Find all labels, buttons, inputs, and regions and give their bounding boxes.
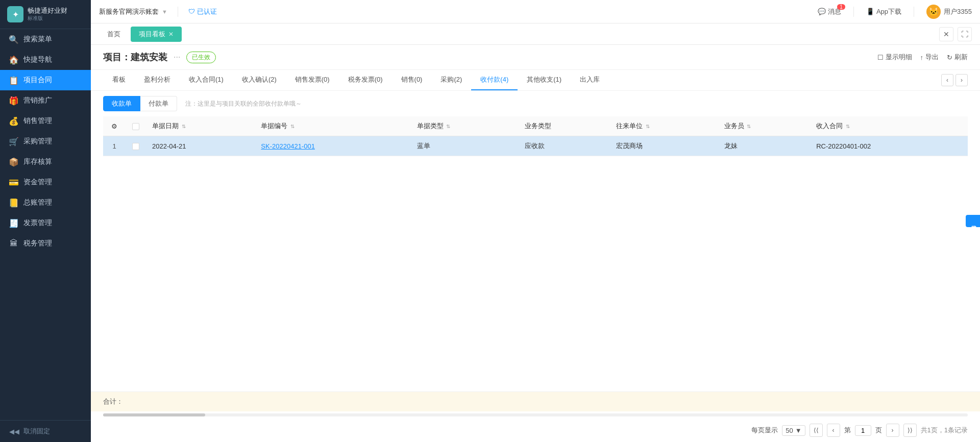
- data-table: ⚙ 单据日期 ⇅ 单据编号 ⇅ 单据类型: [103, 116, 968, 156]
- sidebar-nav: 🔍 搜索菜单 🏠 快捷导航 📋 项目合同 🎁 营销推广 💰 销售管理 🛒 采购管…: [0, 29, 91, 420]
- subtab-nav-prev[interactable]: ‹: [941, 74, 953, 86]
- page-next-button[interactable]: ›: [886, 424, 899, 437]
- refresh-button[interactable]: ↻ 刷新: [947, 53, 968, 62]
- subtab-payment[interactable]: 收付款(4): [471, 70, 518, 90]
- sidebar-item-quick-nav[interactable]: 🏠 快捷导航: [0, 50, 91, 70]
- account-name: 新服务官网演示账套: [99, 7, 159, 16]
- app-logo-text: 畅捷通好业财 标准版: [28, 7, 67, 22]
- page-prev-button[interactable]: ‹: [827, 424, 840, 437]
- sidebar-item-ledger[interactable]: 📒 总账管理: [0, 192, 91, 213]
- subtab2-payment[interactable]: 付款单: [140, 96, 177, 111]
- col-contract[interactable]: 收入合同 ⇅: [810, 116, 968, 136]
- tabbar: 首页 项目看板 ✕ ✕ ⛶: [91, 23, 980, 45]
- sidebar-logo: ✦ 畅捷通好业财 标准版: [0, 0, 91, 29]
- subtab-nav-next[interactable]: ›: [955, 74, 968, 86]
- subtab-sales-invoice[interactable]: 销售发票(0): [286, 70, 339, 90]
- subtabs: 看板 盈利分析 收入合同(1) 收入确认(2) 销售发票(0) 税务发票(0) …: [91, 70, 980, 91]
- page-title: 项目：建筑安装: [103, 51, 167, 63]
- invoice-icon: 🧾: [9, 218, 18, 228]
- tab-home[interactable]: 首页: [99, 27, 129, 42]
- refresh-icon: ↻: [947, 54, 952, 61]
- scrollbar-track[interactable]: [103, 413, 968, 416]
- subtab-kanban[interactable]: 看板: [103, 70, 135, 90]
- message-button[interactable]: 💬 消息 1: [818, 7, 841, 16]
- subtab2-receipt[interactable]: 收款单: [103, 96, 140, 111]
- topbar-divider-1: [178, 7, 178, 17]
- sidebar-item-tax[interactable]: 🏛 税务管理: [0, 233, 91, 254]
- sidebar-item-purchase[interactable]: 🛒 采购管理: [0, 131, 91, 152]
- subtab-purchase[interactable]: 采购(2): [431, 70, 471, 90]
- row-code[interactable]: SK-20220421-001: [255, 136, 410, 156]
- app-logo-icon: ✦: [7, 6, 23, 22]
- sort-type-icon: ⇅: [446, 124, 450, 129]
- sidebar-footer-unpin[interactable]: ◀◀ 取消固定: [0, 420, 91, 442]
- subtab-sales[interactable]: 销售(0): [392, 70, 432, 90]
- subtab-inout-stock[interactable]: 出入库: [571, 70, 609, 90]
- unpin-icon: ◀◀: [9, 428, 19, 435]
- user-menu[interactable]: 🐱 用户3355: [926, 5, 972, 19]
- expand-tab-button[interactable]: ⛶: [958, 27, 972, 41]
- export-icon: ↑: [920, 54, 924, 61]
- table-wrap: ⚙ 单据日期 ⇅ 单据编号 ⇅ 单据类型: [91, 116, 980, 391]
- sidebar-item-inventory[interactable]: 📦 库存核算: [0, 152, 91, 172]
- table-row[interactable]: 1 2022-04-21 SK-20220421-001 蓝单 应收款 宏茂商场…: [103, 136, 968, 156]
- tax-icon: 🏛: [9, 239, 18, 248]
- col-biz-type: 业务类型: [519, 116, 610, 136]
- col-type[interactable]: 单据类型 ⇅: [411, 116, 519, 136]
- footer-total: 合计：: [91, 391, 980, 411]
- tab-project-board[interactable]: 项目看板 ✕: [131, 27, 182, 42]
- inventory-icon: 📦: [9, 157, 18, 166]
- subtab-income-confirm[interactable]: 收入确认(2): [233, 70, 286, 90]
- sort-code-icon: ⇅: [290, 124, 295, 129]
- select-all-checkbox[interactable]: [132, 123, 139, 130]
- close-tab-button[interactable]: ✕: [939, 27, 953, 41]
- table-checkbox-col[interactable]: [126, 116, 146, 136]
- page-size-label: 每页显示: [751, 426, 778, 435]
- tab-close-icon[interactable]: ✕: [168, 31, 174, 38]
- project-icon: 📋: [9, 76, 18, 85]
- subtab-tax-invoice[interactable]: 税务发票(0): [339, 70, 392, 90]
- feedback-button[interactable]: 意见反馈: [966, 215, 980, 227]
- app-download-button[interactable]: 📱 App下载: [866, 7, 901, 16]
- sidebar-item-search[interactable]: 🔍 搜索菜单: [0, 29, 91, 50]
- export-button[interactable]: ↑ 导出: [920, 53, 939, 62]
- subtab-other-income[interactable]: 其他收支(1): [518, 70, 571, 90]
- page-last-button[interactable]: ⟩⟩: [903, 424, 917, 437]
- sidebar-item-invoice[interactable]: 🧾 发票管理: [0, 213, 91, 233]
- subtab-income-contract[interactable]: 收入合同(1): [180, 70, 233, 90]
- sidebar-item-finance[interactable]: 💳 资金管理: [0, 172, 91, 192]
- phone-icon: 📱: [866, 8, 874, 15]
- sales-icon: 💰: [9, 116, 18, 126]
- tabbar-actions: ✕ ⛶: [939, 27, 972, 41]
- row-salesman: 龙妹: [718, 136, 811, 156]
- sidebar-item-sales[interactable]: 💰 销售管理: [0, 111, 91, 131]
- page-size-select[interactable]: 50 ▼: [782, 425, 805, 436]
- sidebar-item-project-contract[interactable]: 📋 项目合同: [0, 70, 91, 90]
- subtab-profit[interactable]: 盈利分析: [135, 70, 180, 90]
- account-selector[interactable]: 新服务官网演示账套 ▼: [99, 7, 167, 16]
- col-code[interactable]: 单据编号 ⇅: [255, 116, 410, 136]
- horizontal-scrollbar[interactable]: [91, 411, 980, 419]
- row-checkbox[interactable]: [126, 136, 146, 156]
- col-date[interactable]: 单据日期 ⇅: [146, 116, 255, 136]
- certified-badge: 🛡 已认证: [188, 7, 217, 16]
- page-first-button[interactable]: ⟨⟨: [810, 424, 823, 437]
- row-select-checkbox[interactable]: [132, 143, 139, 150]
- subtab-nav: ‹ ›: [941, 74, 968, 86]
- row-type: 蓝单: [411, 136, 519, 156]
- page-number-input[interactable]: [855, 425, 871, 436]
- show-detail-checkbox[interactable]: ☐ 显示明细: [877, 53, 912, 62]
- project-more-button[interactable]: ···: [174, 53, 180, 62]
- sidebar-item-marketing[interactable]: 🎁 营销推广: [0, 90, 91, 111]
- ledger-icon: 📒: [9, 198, 18, 207]
- col-company[interactable]: 往来单位 ⇅: [610, 116, 718, 136]
- row-date: 2022-04-21: [146, 136, 255, 156]
- row-num: 1: [103, 136, 126, 156]
- finance-icon: 💳: [9, 178, 18, 187]
- project-header: 项目：建筑安装 ··· 已生效 ☐ 显示明细 ↑ 导出 ↻ 刷新: [91, 45, 980, 70]
- row-company: 宏茂商场: [610, 136, 718, 156]
- col-salesman[interactable]: 业务员 ⇅: [718, 116, 811, 136]
- topbar-divider-3: [914, 7, 914, 17]
- scrollbar-thumb[interactable]: [103, 413, 205, 416]
- table-settings-col[interactable]: ⚙: [103, 116, 126, 136]
